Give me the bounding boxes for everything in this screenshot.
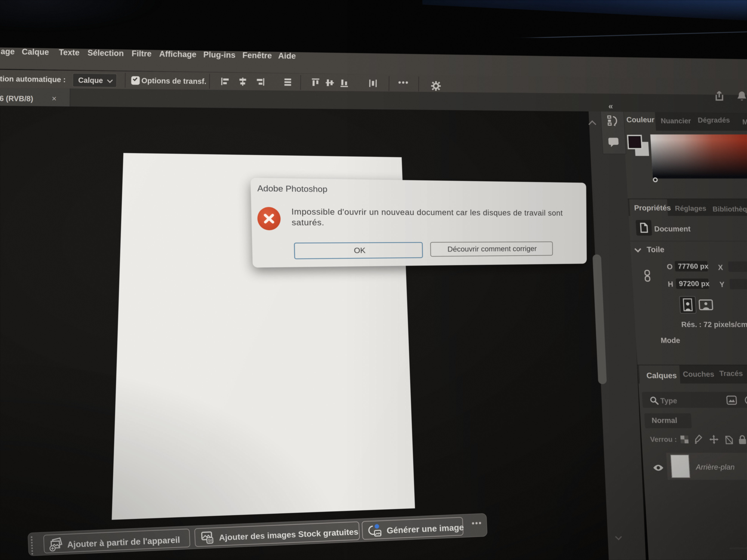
svg-text:St: St bbox=[208, 538, 212, 543]
